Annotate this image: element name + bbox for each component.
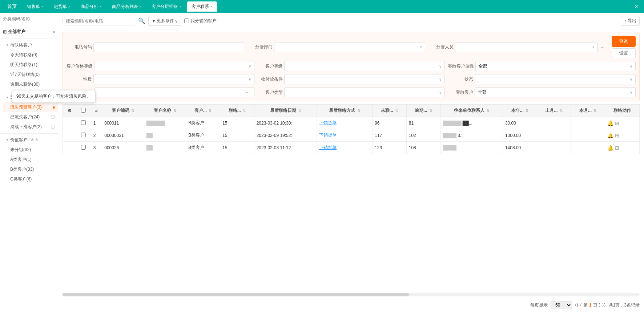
edit-icon[interactable]: ✎ [35,138,39,142]
row3-checkbox[interactable] [76,142,91,154]
this-year-col-header[interactable]: 本年... ⇅ [503,105,537,117]
sidebar-item-ungrouped[interactable]: 未分组(32) [3,145,58,155]
name-col-header[interactable]: 客户名称 ⇅ [144,105,186,117]
table-row: 2 00030031 ██ B类客户 15 2023-02-09 19:52: … [63,129,640,142]
prev-page-btn[interactable]: ⟨ [580,303,582,308]
uncontacted-col-header[interactable]: 未联... ⇅ [373,105,407,117]
sidebar-item-c-class[interactable]: C类客户(6) [3,174,58,184]
value-group-title[interactable]: ▼ 价值客户 ↺ ✎ [3,135,58,145]
status-select[interactable]: ∨ [475,74,636,84]
sidebar-search-input[interactable] [3,16,57,21]
row3-name: ██ [144,142,186,154]
checkbox-col-header[interactable] [76,105,91,117]
row3-method[interactable]: 下销货单 [317,142,373,154]
last-method-col-header[interactable]: 最后联络方式 ⇅ [317,105,373,117]
table-header-row: ⚙ # 客户编码 ⇅ 客户名称 ⇅ 客户... ⇅ [63,105,640,117]
table-row: 1 000011 ██████ B类客户 15 2023-03-02 10:30… [63,117,640,129]
nature-select[interactable]: ∨ [93,74,254,84]
main-search-button[interactable]: 🔍 [138,17,145,24]
payment-select[interactable]: ∨ [284,74,445,84]
export-button[interactable]: ↑ 导出 [621,16,640,26]
row2-method[interactable]: 下销货单 [317,129,373,142]
row2-settings [63,129,76,142]
customer-type-select[interactable]: ∨ [284,87,445,97]
this-month-col-header[interactable]: 本月... ⇅ [571,105,605,117]
row1-year: 30.00 [503,117,537,129]
sidebar-item-churn-warning[interactable]: 流失预警客户(3) [3,102,58,112]
query-button[interactable]: 查询 [612,36,636,47]
last-month-col-header[interactable]: 上月... ⇅ [537,105,571,117]
more-conditions-button[interactable]: ▼ 更多条件 ∨ [148,16,181,26]
region-select[interactable]: ··· [94,87,254,97]
row1-method[interactable]: 下销货单 [317,117,373,129]
refresh-icon[interactable]: ↺ [31,138,34,142]
sidebar-item-churned[interactable]: 已流失客户(24) ⓘ [3,112,58,122]
row2-code: 00030031 [102,129,144,142]
scrollbar-thumb[interactable] [63,293,409,296]
region-dots[interactable]: ··· [245,90,251,95]
phone-input[interactable] [93,42,244,52]
close-tab-purchase[interactable]: × [68,5,71,9]
nav-tab-customer-layer[interactable]: 客户分层经营 × [147,1,186,12]
select-all-checkbox[interactable] [81,108,86,113]
row1-date: 2023-03-02 10:30: [254,117,317,129]
all-customers-header[interactable]: ⊞ 全部客户 « [0,27,58,37]
action-bell-icon3[interactable]: 🔔 [607,145,613,151]
nav-home[interactable]: 首页 [3,1,21,12]
sidebar-item-today-pending[interactable]: 今天待联络(0) [3,50,58,60]
type-col-header[interactable]: 客户... ⇅ [186,105,220,117]
close-tab-analysis[interactable]: × [100,5,102,9]
nav-tab-sales[interactable]: 销售单 × [23,1,48,12]
sidebar-item-overdue-pending[interactable]: 逾期未联络(30) [3,80,58,89]
my-customers-checkbox[interactable]: 我分管的客户 [184,18,217,24]
close-tab-customer-layer[interactable]: × [179,5,181,9]
overdue-col-header[interactable]: 逾期... ⇅ [406,105,440,117]
page-size-select[interactable]: 50 100 [551,301,572,309]
nav-tab-customer-contact[interactable]: 客户联系 × [187,1,217,12]
action-bell-icon[interactable]: 🔔 [607,120,613,126]
close-tab-analysis-list[interactable]: × [140,5,142,9]
action-more-icon2[interactable]: ⊞ [615,133,619,138]
code-col-header[interactable]: 客户编码 ⇅ [102,105,144,117]
sidebar-item-week-pending[interactable]: 近7天待联络(0) [3,70,58,80]
row3-company: ██ ██ [440,142,503,154]
last-page-btn[interactable]: ⟩⟩ [602,303,606,308]
sidebar-item-b-class[interactable]: B类客户(33) [3,165,58,174]
first-page-btn[interactable]: ⟨⟨ [575,303,579,308]
filter-zero-customer: 零散客户 全部 ∨ [448,87,636,97]
dept-select[interactable]: ∨ [274,42,425,52]
person-more-dots[interactable]: ··· [599,45,606,50]
row2-checkbox[interactable] [76,129,91,142]
close-tab-customer-contact[interactable]: × [210,5,213,9]
action-bell-icon2[interactable]: 🔔 [607,133,613,138]
sidebar-item-declining[interactable]: 持续下滑客户(2) ⓘ [3,122,58,132]
person-select[interactable]: ∨ [455,42,598,52]
settings-col-header[interactable]: ⚙ [63,105,76,117]
sidebar-item-tomorrow-pending[interactable]: 明天待联络(1) [3,60,58,70]
settings-icon[interactable]: ⚙ [68,108,72,113]
contact-col-header[interactable]: 联络... ⇅ [220,105,254,117]
close-tab-sales[interactable]: × [41,5,44,9]
settings-button[interactable]: 设置 [612,48,636,58]
zero-attr-select[interactable]: 全部 ∨ [475,61,636,71]
zero-customer-select[interactable]: 全部 ∨ [475,87,636,97]
company-contact-col-header[interactable]: 往来单位联系人 ⇅ [440,105,503,117]
action-more-icon3[interactable]: ⊞ [615,145,619,151]
nav-tab-analysis-list[interactable]: 商品分析列表 × [108,1,146,12]
row2-uncontacted: 117 [373,129,407,142]
row3-contact: 15 [220,142,254,154]
next-page-btn[interactable]: ⟩ [599,303,601,308]
last-date-col-header[interactable]: 最后联络日期 ⇅ [254,105,317,117]
horizontal-scrollbar[interactable] [58,291,644,298]
nav-tab-analysis[interactable]: 商品分析 × [76,1,106,12]
row1-checkbox[interactable] [76,117,91,129]
price-level-select[interactable]: ∨ [94,61,254,71]
pending-group-title[interactable]: ▼ 待联络客户 [3,40,58,50]
customer-level-select[interactable]: ∨ [284,61,445,71]
my-customers-check[interactable] [184,19,189,23]
close-all-button[interactable]: × [632,3,641,10]
sidebar-item-a-class[interactable]: A类客户(1) [3,155,58,165]
main-search-input[interactable] [63,17,135,25]
nav-tab-purchase[interactable]: 进货单 × [49,1,75,12]
action-more-icon[interactable]: ⊞ [615,120,619,126]
